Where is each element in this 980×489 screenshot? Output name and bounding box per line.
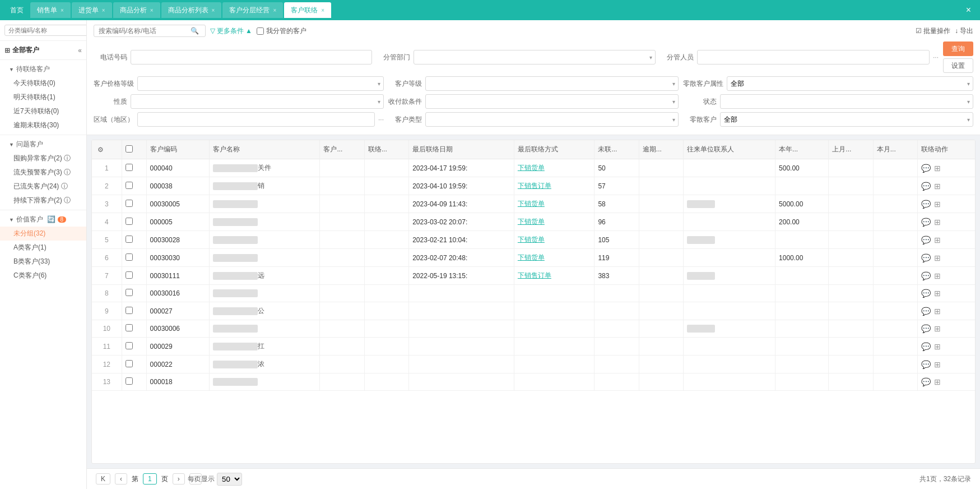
price-level-select[interactable]	[137, 76, 384, 91]
sidebar-item-c-class[interactable]: C类客户(6)	[0, 269, 86, 283]
row-checkbox[interactable]	[126, 200, 133, 207]
grid-action-icon[interactable]: ⊞	[934, 342, 941, 351]
tab-purchase[interactable]: 进货单 ×	[72, 2, 112, 18]
last-type-link[interactable]: 下销货单	[518, 200, 545, 207]
grid-action-icon[interactable]: ⊞	[934, 218, 941, 227]
retail-customer-select[interactable]: 全部	[720, 112, 973, 127]
row-checkbox[interactable]	[126, 360, 133, 367]
close-purchase-tab-icon[interactable]: ×	[102, 7, 105, 13]
last-type-link[interactable]: 下销货单	[518, 253, 545, 261]
sidebar-item-hoarding[interactable]: 囤购异常客户(2) ⓘ	[0, 151, 86, 165]
sidebar-item-tomorrow-pending[interactable]: 明天待联络(1)	[0, 90, 86, 104]
search-input[interactable]	[99, 27, 188, 35]
search-icon[interactable]: 🔍	[191, 27, 199, 35]
row-checkbox[interactable]	[126, 164, 133, 171]
status-select[interactable]	[720, 94, 973, 109]
customer-level-select[interactable]	[425, 76, 679, 91]
sidebar-search-input[interactable]	[4, 25, 87, 36]
chat-icon[interactable]: 💬	[921, 342, 931, 351]
close-product-list-tab-icon[interactable]: ×	[212, 7, 215, 13]
tab-customer-contact[interactable]: 客户联络 ×	[284, 2, 331, 18]
last-type-link[interactable]: 下销货单	[518, 218, 545, 225]
export-btn[interactable]: ↓ 导出	[955, 26, 973, 36]
grid-action-icon[interactable]: ⊞	[934, 200, 941, 209]
close-window-icon[interactable]: ×	[962, 5, 976, 15]
sidebar-item-overdue-pending[interactable]: 逾期未联络(30)	[0, 118, 86, 132]
select-all-checkbox[interactable]	[126, 145, 133, 153]
close-sales-tab-icon[interactable]: ×	[61, 7, 64, 13]
settings-icon[interactable]: ⚙	[92, 140, 122, 159]
tab-home[interactable]: 首页	[4, 2, 29, 18]
first-page-btn[interactable]: K	[96, 473, 110, 485]
row-checkbox[interactable]	[126, 324, 133, 331]
sidebar-category-problem[interactable]: ▼问题客户	[0, 137, 86, 151]
last-type-link[interactable]: 下销货单	[518, 236, 545, 243]
chat-icon[interactable]: 💬	[921, 307, 931, 316]
row-checkbox[interactable]	[126, 307, 133, 314]
nature-select[interactable]	[131, 94, 384, 109]
refresh-icon[interactable]: 🔄	[47, 215, 55, 223]
last-type-link[interactable]: 下销货单	[518, 164, 545, 172]
sidebar-item-b-class[interactable]: B类客户(33)	[0, 255, 86, 269]
per-page-select[interactable]: 50	[217, 473, 242, 486]
manager-more-icon[interactable]: ···	[933, 53, 939, 61]
region-input[interactable]	[137, 112, 375, 127]
customer-type-select[interactable]	[425, 112, 679, 127]
row-checkbox[interactable]	[126, 271, 133, 279]
collapse-sidebar-icon[interactable]: «	[78, 47, 82, 54]
sidebar-item-churned[interactable]: 已流失客户(24) ⓘ	[0, 179, 86, 193]
grid-action-icon[interactable]: ⊞	[934, 271, 941, 280]
tab-customer-stratify[interactable]: 客户分层经营 ×	[222, 2, 283, 18]
chat-icon[interactable]: 💬	[921, 271, 931, 280]
sidebar-item-ungroup[interactable]: 未分组(32)	[0, 227, 86, 241]
last-type-link[interactable]: 下销售订单	[518, 182, 551, 190]
grid-action-icon[interactable]: ⊞	[934, 289, 941, 298]
sidebar-item-a-class[interactable]: A类客户(1)	[0, 241, 86, 255]
chat-icon[interactable]: 💬	[921, 164, 931, 173]
next-page-btn[interactable]: ›	[173, 473, 185, 485]
tab-sales[interactable]: 销售单 ×	[30, 2, 71, 18]
retail-attr-select[interactable]: 全部	[727, 76, 973, 91]
grid-action-icon[interactable]: ⊞	[934, 164, 941, 173]
close-customer-contact-icon[interactable]: ×	[321, 7, 324, 13]
phone-input[interactable]	[131, 50, 372, 64]
tab-product-analysis[interactable]: 商品分析 ×	[113, 2, 160, 18]
grid-action-icon[interactable]: ⊞	[934, 360, 941, 369]
prev-page-btn[interactable]: ‹	[115, 473, 127, 485]
last-type-link[interactable]: 下销售订单	[518, 271, 551, 279]
sidebar-category-value[interactable]: ▼价值客户 🔄 8	[0, 213, 86, 227]
sidebar-item-today-pending[interactable]: 今天待联络(0)	[0, 76, 86, 90]
reset-button[interactable]: 设置	[943, 58, 973, 73]
all-customers-header[interactable]: ⊞ 全部客户 «	[0, 41, 86, 57]
close-product-analysis-tab-icon[interactable]: ×	[150, 7, 154, 13]
grid-action-icon[interactable]: ⊞	[934, 324, 941, 333]
dept-select[interactable]	[414, 50, 655, 64]
chat-icon[interactable]: 💬	[921, 324, 931, 333]
row-checkbox[interactable]	[126, 377, 133, 385]
chat-icon[interactable]: 💬	[921, 253, 931, 262]
grid-action-icon[interactable]: ⊞	[934, 307, 941, 316]
sidebar-item-churn-warn[interactable]: 流失预警客户(3) ⓘ	[0, 165, 86, 179]
batch-operations-btn[interactable]: ☑ 批量操作	[916, 26, 950, 36]
tab-product-analysis-list[interactable]: 商品分析列表 ×	[161, 2, 222, 18]
grid-action-icon[interactable]: ⊞	[934, 182, 941, 191]
grid-action-icon[interactable]: ⊞	[934, 236, 941, 245]
sidebar-item-declining[interactable]: 持续下滑客户(2) ⓘ	[0, 193, 86, 207]
grid-action-icon[interactable]: ⊞	[934, 253, 941, 262]
query-button[interactable]: 查询	[943, 41, 973, 56]
my-customers-checkbox[interactable]	[257, 27, 264, 35]
row-checkbox[interactable]	[126, 253, 133, 261]
chat-icon[interactable]: 💬	[921, 236, 931, 245]
chat-icon[interactable]: 💬	[921, 182, 931, 191]
row-checkbox[interactable]	[126, 218, 133, 225]
more-conditions-btn[interactable]: ▽ 更多条件 ▲	[210, 26, 252, 36]
payment-select[interactable]	[425, 94, 679, 109]
sidebar-category-pending[interactable]: ▼待联络客户	[0, 62, 86, 76]
row-checkbox[interactable]	[126, 182, 133, 189]
manager-input[interactable]	[697, 50, 930, 64]
grid-action-icon[interactable]: ⊞	[934, 377, 941, 386]
row-checkbox[interactable]	[126, 342, 133, 349]
sidebar-item-7day-pending[interactable]: 近7天待联络(0)	[0, 104, 86, 118]
chat-icon[interactable]: 💬	[921, 289, 931, 298]
chat-icon[interactable]: 💬	[921, 218, 931, 227]
